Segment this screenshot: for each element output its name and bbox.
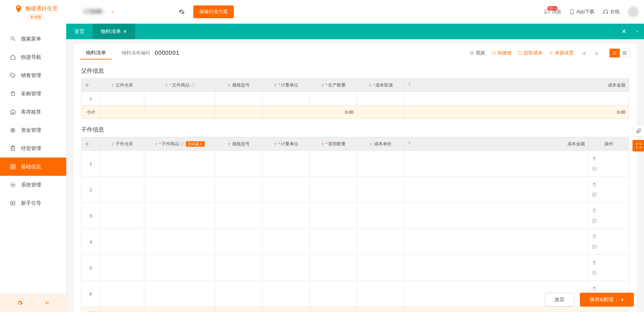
sidebar-item-label: 库存核算 <box>21 109 41 115</box>
save-new-button[interactable]: 保存&新增 ▼ <box>580 293 634 307</box>
parent-subtotal-amount: 0.00 <box>404 105 629 119</box>
table-row[interactable]: 1 <box>81 151 629 177</box>
parent-subtotal-row: 小计 0.00 0.00 <box>81 105 629 119</box>
scan-badge[interactable]: 扫码录入 <box>186 141 205 147</box>
sidebar-item-3[interactable]: 采购管理 <box>0 85 66 103</box>
sidebar-item-7[interactable]: 基础信息 <box>0 158 66 176</box>
svg-rect-13 <box>625 51 626 53</box>
table-row[interactable]: 4 <box>81 229 629 255</box>
footer-actions: 放弃 保存&新增 ▼ <box>545 293 634 307</box>
doc-settings-link[interactable]: 单据设置 <box>549 50 574 56</box>
sidebar-item-8[interactable]: 系统管理 <box>0 176 66 194</box>
table-row[interactable]: 5 <box>81 255 629 281</box>
sidebar-item-4[interactable]: 库存核算 <box>0 103 66 121</box>
view-grid-button[interactable] <box>620 49 630 57</box>
org-settings-button[interactable] <box>177 7 187 17</box>
add-row-icon[interactable] <box>592 270 625 275</box>
child-th-unitcost[interactable]: ▲▼成本单价 <box>357 137 404 151</box>
parent-th-warehouse[interactable]: ▲▼父件仓库 <box>100 78 144 92</box>
info-icon[interactable]: ⓘ <box>190 83 194 88</box>
sidebar-footer <box>0 294 66 312</box>
delete-icon[interactable] <box>592 260 625 265</box>
child-table: ▲▼子件仓库 ▲▼*子件商品ⓘ扫码录入 ▲▼规格型号 ▲▼*计量单位 ▲▼*需用… <box>81 137 629 312</box>
sidebar: 搜索菜单快捷导航销售管理采购管理库存核算资金管理经营管理基础信息系统管理新手引导 <box>0 24 66 312</box>
parent-th-qty[interactable]: ▲▼*生产数量 <box>310 78 357 92</box>
delete-icon[interactable] <box>592 286 625 291</box>
brand-name: 畅捷通好生意 <box>25 5 58 12</box>
add-row-icon[interactable] <box>592 166 625 171</box>
prev-doc-button[interactable]: ◀ <box>580 49 587 57</box>
table-row[interactable]: 3 <box>81 203 629 229</box>
sidebar-item-label: 经营管理 <box>21 145 41 152</box>
delete-icon[interactable] <box>592 234 625 239</box>
parent-col-settings[interactable] <box>81 78 100 92</box>
document-tab[interactable]: 物料清单 <box>80 47 112 59</box>
child-th-qty[interactable]: ▲▼*需用数量 <box>310 137 357 151</box>
svg-point-11 <box>550 52 552 54</box>
sidebar-item-5[interactable]: 资金管理 <box>0 121 66 139</box>
tabs-more-button[interactable] <box>630 29 644 34</box>
row-index: 1 <box>81 92 100 105</box>
fullscreen-button[interactable] <box>633 140 644 151</box>
sidebar-item-6[interactable]: 经营管理 <box>0 139 66 158</box>
sidebar-item-1[interactable]: 快捷导航 <box>0 48 66 66</box>
sidebar-item-0[interactable]: 搜索菜单 <box>0 30 66 48</box>
shortcut-link[interactable]: 快捷键 <box>491 50 512 56</box>
row-index: 5 <box>81 255 100 281</box>
add-row-icon[interactable] <box>592 192 625 197</box>
floating-actions <box>633 125 644 151</box>
svg-point-2 <box>11 37 14 40</box>
video-link[interactable]: 视频 <box>470 50 485 56</box>
clipboard-icon <box>9 145 16 152</box>
sidebar-collapse-button[interactable] <box>43 300 50 306</box>
doc-toolbar: 视频 快捷键 提取成本 单据设置 ◀ ▶ <box>470 49 630 57</box>
fund-icon <box>9 127 16 134</box>
child-subtotal-amount: 0.00 <box>404 307 589 312</box>
sidebar-item-9[interactable]: 新手引导 <box>0 194 66 212</box>
info-icon[interactable]: ⓘ <box>180 142 184 146</box>
chevron-down-icon[interactable]: ▼ <box>617 298 624 302</box>
user-avatar[interactable] <box>628 6 639 17</box>
parent-section-title: 父件信息 <box>74 62 637 78</box>
row-ops <box>589 151 629 177</box>
table-row[interactable]: 1 <box>81 92 629 105</box>
parent-th-product[interactable]: ▲▼*父件商品ⓘ <box>144 78 215 92</box>
parent-th-unit[interactable]: ▲▼*计量单位 <box>263 78 310 92</box>
attachment-button[interactable] <box>633 125 644 137</box>
app-download-button[interactable]: App下载 <box>569 9 594 15</box>
messages-button[interactable]: 99 + 消息 <box>544 9 561 15</box>
child-subtotal-row: 小计 0.00 0.00 <box>81 307 629 312</box>
online-support-button[interactable]: 在线 <box>602 9 620 15</box>
child-th-warehouse[interactable]: ▲▼子件仓库 <box>100 137 144 151</box>
extract-cost-label: 提取成本 <box>524 50 543 56</box>
view-list-button[interactable] <box>610 49 620 57</box>
delete-icon[interactable] <box>592 182 625 187</box>
table-row[interactable]: 2 <box>81 177 629 203</box>
tabs-close-all-button[interactable]: ✕ <box>617 28 630 35</box>
add-row-icon[interactable] <box>592 244 625 249</box>
close-icon[interactable]: ✕ <box>123 29 127 34</box>
parent-th-spec[interactable]: ▲▼规格型号 <box>215 78 263 92</box>
child-th-unit[interactable]: ▲▼*计量单位 <box>263 137 310 151</box>
child-col-settings[interactable] <box>81 137 100 151</box>
child-th-spec[interactable]: ▲▼规格型号 <box>215 137 263 151</box>
delete-icon[interactable] <box>592 208 625 213</box>
child-th-product[interactable]: ▲▼*子件商品ⓘ扫码录入 <box>144 137 215 151</box>
promo-button[interactable]: 体验行业方案 <box>193 5 234 18</box>
discard-button[interactable]: 放弃 <box>545 293 574 307</box>
tab-bom[interactable]: 物料清单 ✕ <box>93 24 135 39</box>
sidebar-item-2[interactable]: 销售管理 <box>0 66 66 85</box>
add-row-icon[interactable] <box>592 218 625 223</box>
child-th-amount[interactable]: ▲▼成本金额 <box>404 137 589 151</box>
parent-th-amount[interactable]: ▲▼成本金额 <box>404 78 629 92</box>
tab-bar: 首页 物料清单 ✕ ✕ <box>66 24 644 39</box>
parent-th-costmode[interactable]: ▲▼*成本取值 <box>357 78 404 92</box>
extract-cost-link[interactable]: 提取成本 <box>518 50 543 56</box>
tab-home[interactable]: 首页 <box>66 24 93 39</box>
org-selector[interactable]: （已隐藏） <box>80 5 174 19</box>
view-toggle <box>610 49 630 57</box>
sidebar-settings-button[interactable] <box>17 300 23 306</box>
next-doc-button[interactable]: ▶ <box>593 49 601 57</box>
delete-icon[interactable] <box>592 156 625 161</box>
svg-point-17 <box>86 143 88 145</box>
